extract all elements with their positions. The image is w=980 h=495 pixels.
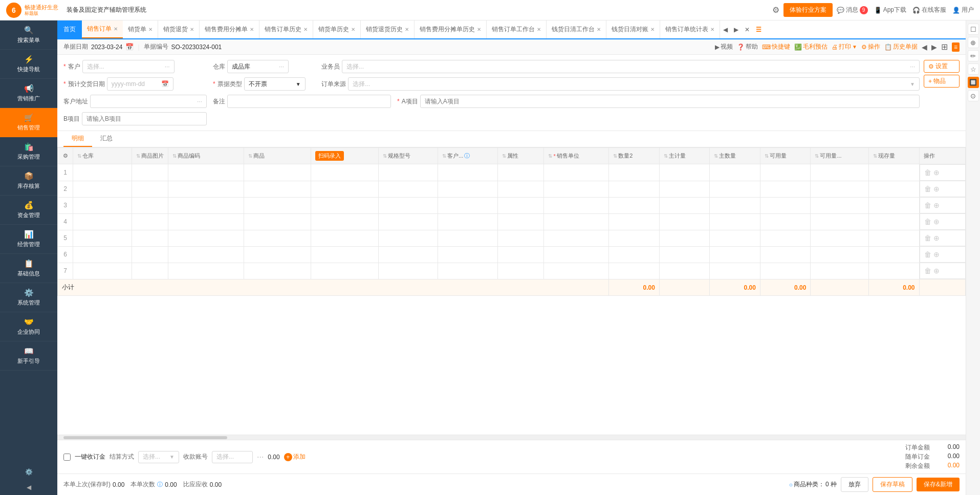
tab-home[interactable]: 首页: [57, 20, 82, 38]
sidebar-item-system[interactable]: ⚙️ 系统管理: [0, 283, 57, 312]
scroll-bar-area[interactable]: [57, 435, 966, 440]
project-b-input[interactable]: [82, 112, 207, 125]
rs-btn-4[interactable]: ☆: [968, 63, 979, 75]
sidebar-item-newbie[interactable]: 📖 新手引导: [0, 341, 57, 371]
row-delete-icon[interactable]: 🗑: [924, 234, 931, 242]
row-copy-icon[interactable]: ⊕: [933, 185, 940, 193]
tab-returns[interactable]: 销货退货 ✕: [158, 20, 200, 38]
history-btn[interactable]: 📋 历史单据: [884, 42, 918, 51]
user-avatar[interactable]: 👤 用户: [952, 6, 974, 14]
tab-expense-history[interactable]: 销售费用分摊单历史 ✕: [415, 20, 487, 38]
tab-daily-workbench-close[interactable]: ✕: [597, 27, 601, 32]
tab-order-workbench-close[interactable]: ✕: [537, 27, 541, 32]
invoice-type-select[interactable]: 不开票 ▼: [244, 77, 306, 91]
sidebar-item-management[interactable]: 📊 经营管理: [0, 225, 57, 254]
online-service-btn[interactable]: 🎧 在线客服: [912, 6, 946, 14]
customer-input[interactable]: 选择... ···: [82, 60, 175, 73]
view-video-btn[interactable]: ▶ 视频: [715, 42, 733, 51]
scan-input-btn[interactable]: 扫码录入: [315, 151, 344, 161]
tab-order-workbench[interactable]: 销售订单工作台 ✕: [487, 20, 547, 38]
add-payment-btn[interactable]: + 添加: [284, 453, 306, 461]
tab-prev[interactable]: ◀: [720, 20, 731, 38]
nav-prev-btn[interactable]: ◀: [922, 43, 927, 51]
tab-returns-history-close[interactable]: ✕: [405, 27, 409, 32]
tab-expense-split-close[interactable]: ✕: [250, 27, 254, 32]
solution-button[interactable]: 体验行业方案: [783, 3, 833, 17]
row-delete-icon[interactable]: 🗑: [924, 201, 931, 209]
tab-summary[interactable]: 汇总: [92, 131, 121, 147]
tab-daily-reconcile-close[interactable]: ✕: [650, 27, 655, 32]
tab-sales-receipt[interactable]: 销货单 ✕: [123, 20, 158, 38]
rs-btn-6[interactable]: ⊙: [968, 90, 979, 101]
tab-statistics[interactable]: 销售订单统计表 ✕: [660, 20, 720, 38]
tab-receipt-history[interactable]: 销货单历史 ✕: [313, 20, 361, 38]
dots-btn[interactable]: ···: [257, 453, 264, 462]
goods-quick-btn[interactable]: + 物品: [924, 75, 960, 88]
profit-btn[interactable]: 💹 毛利预估: [794, 42, 827, 51]
sidebar-item-inventory[interactable]: 📦 库存核算: [0, 166, 57, 196]
print-btn[interactable]: 🖨 打印 ▼: [832, 42, 857, 51]
tab-order-history[interactable]: 销售订单历史 ✕: [259, 20, 313, 38]
sidebar-item-quick-nav[interactable]: ⚡ 快捷导航: [0, 50, 57, 79]
save-new-button[interactable]: 保存&新增: [917, 478, 960, 491]
tab-receipt-history-close[interactable]: ✕: [351, 27, 355, 32]
warehouse-input[interactable]: 成品库 ···: [227, 60, 289, 73]
tab-next[interactable]: ▶: [731, 20, 742, 38]
row-delete-icon[interactable]: 🗑: [924, 218, 931, 226]
discard-button[interactable]: 放弃: [841, 477, 868, 492]
layout-list-btn[interactable]: ≡: [952, 42, 960, 52]
rs-btn-1[interactable]: ☐: [968, 24, 979, 35]
tab-order-history-close[interactable]: ✕: [303, 27, 308, 32]
tab-close-all[interactable]: ✕: [742, 20, 753, 38]
row-copy-icon[interactable]: ⊕: [933, 250, 940, 259]
tab-menu[interactable]: ☰: [753, 20, 765, 38]
tab-statistics-close[interactable]: ✕: [710, 27, 714, 32]
calendar-icon[interactable]: 📅: [125, 43, 134, 51]
shortcut-btn[interactable]: ⌨ 快捷键: [762, 42, 790, 51]
customer-addr-input[interactable]: ···: [90, 95, 207, 108]
row-copy-icon[interactable]: ⊕: [933, 201, 940, 209]
notes-input[interactable]: [227, 95, 391, 108]
rs-btn-2[interactable]: ⊕: [968, 37, 979, 48]
tab-sales-order-close[interactable]: ✕: [114, 26, 118, 32]
operation-btn[interactable]: ⚙ 操作: [861, 42, 880, 51]
layout-grid-btn[interactable]: ⊞: [941, 42, 948, 52]
sidebar-item-search[interactable]: 🔍 搜索菜单: [0, 20, 57, 50]
tab-expense-split[interactable]: 销售费用分摊单 ✕: [200, 20, 259, 38]
row-copy-icon[interactable]: ⊕: [933, 267, 940, 275]
help-btn[interactable]: ❓ 帮助: [737, 42, 758, 51]
rs-btn-3[interactable]: ✏: [968, 50, 979, 61]
nav-next-btn[interactable]: ▶: [931, 43, 937, 51]
salesperson-input[interactable]: 选择... ···: [342, 60, 920, 73]
account-input[interactable]: 选择...: [212, 451, 253, 463]
app-download-btn[interactable]: 📱 App下载: [874, 6, 906, 14]
one-click-checkbox[interactable]: [63, 454, 71, 461]
save-draft-button[interactable]: 保存草稿: [873, 477, 912, 492]
sidebar-item-purchase[interactable]: 🛍️ 采购管理: [0, 137, 57, 166]
row-copy-icon[interactable]: ⊕: [933, 234, 940, 242]
sidebar-item-sales[interactable]: 🛒 销售管理: [0, 108, 57, 137]
settlement-select[interactable]: 选择... ▼: [138, 451, 179, 463]
sidebar-collapse-btn[interactable]: ◀: [0, 480, 57, 495]
sidebar-item-enterprise[interactable]: 🤝 企业协同: [0, 312, 57, 341]
tab-daily-workbench[interactable]: 钱货日清工作台 ✕: [547, 20, 606, 38]
row-delete-icon[interactable]: 🗑: [924, 185, 931, 193]
order-source-input[interactable]: 选择... ▼: [348, 77, 920, 91]
row-copy-icon[interactable]: ⊕: [933, 218, 940, 226]
row-copy-icon[interactable]: ⊕: [933, 168, 940, 177]
tab-returns-close[interactable]: ✕: [190, 27, 194, 32]
col-scan-header[interactable]: 扫码录入: [311, 148, 378, 164]
col-settings-header[interactable]: ⚙: [58, 148, 73, 164]
sidebar-item-basic-info[interactable]: 📋 基础信息: [0, 254, 57, 283]
tab-returns-history[interactable]: 销货退货历史 ✕: [361, 20, 415, 38]
row-delete-icon[interactable]: 🗑: [924, 250, 931, 259]
message-btn[interactable]: 💬 消息 9: [837, 6, 868, 14]
rs-btn-5[interactable]: 🔲: [968, 77, 979, 88]
tab-sales-receipt-close[interactable]: ✕: [148, 27, 153, 32]
delivery-date-input[interactable]: yyyy-mm-dd 📅: [107, 77, 173, 91]
tab-sales-order[interactable]: 销售订单 ✕: [82, 20, 123, 38]
row-delete-icon[interactable]: 🗑: [924, 267, 931, 275]
settings-icon[interactable]: ⚙: [772, 5, 779, 15]
sidebar-settings-btn[interactable]: ⚙️: [0, 464, 57, 480]
settings-quick-btn[interactable]: ⚙ 设置: [924, 60, 960, 73]
